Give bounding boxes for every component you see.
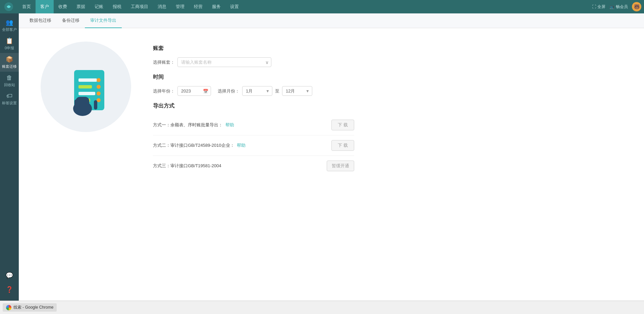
tab-backup-migration[interactable]: 备份迁移 xyxy=(57,13,85,28)
sidebar-item-account-migrate[interactable]: 📦 账套迁移 xyxy=(0,53,19,71)
export-method-2-text: 方式二：审计接口GB/T24589-2010企业： 帮助 xyxy=(153,142,246,148)
illustration-circle xyxy=(41,42,131,132)
sidebar-label-zero-declare: 0申报 xyxy=(5,46,14,50)
time-section-title: 时间 xyxy=(153,74,354,81)
to-text: 至 xyxy=(275,88,279,94)
taskbar-chrome-label: 线索 - Google Chrome xyxy=(13,305,53,310)
tab-bar: 数据包迁移 备份迁移 审计文件导出 xyxy=(19,13,644,28)
end-month-select[interactable]: 1月2月3月4月 5月6月7月8月 9月10月11月 12月 xyxy=(282,86,312,96)
svg-rect-13 xyxy=(94,100,97,110)
top-navigation: 首页 客户 收费 票据 记账 报税 工商项目 消息 管理 经营 服务 设置 ⛶ … xyxy=(0,0,644,13)
sidebar-label-all-clients: 全部客户 xyxy=(2,27,17,32)
nav-business[interactable]: 工商项目 xyxy=(126,0,153,13)
account-select-wrapper: ∨ xyxy=(177,57,271,67)
chrome-icon xyxy=(6,305,11,310)
year-input[interactable] xyxy=(177,86,211,96)
account-input[interactable] xyxy=(177,57,271,67)
nav-home[interactable]: 首页 xyxy=(17,0,36,13)
nav-client[interactable]: 客户 xyxy=(36,0,54,13)
svg-rect-2 xyxy=(78,78,97,82)
nav-invoice[interactable]: 票据 xyxy=(72,0,90,13)
year-label: 选择年份： xyxy=(153,88,175,94)
account-migrate-icon: 📦 xyxy=(6,56,13,63)
member-button[interactable]: 📺 畅会员 xyxy=(609,4,628,10)
nav-tax[interactable]: 报税 xyxy=(108,0,126,13)
sidebar-item-zero-declare[interactable]: 📋 0申报 xyxy=(0,35,19,53)
recycle-icon: 🗑 xyxy=(6,74,12,81)
svg-rect-12 xyxy=(74,100,78,110)
export-method-2: 方式二：审计接口GB/T24589-2010企业： 帮助 下 载 xyxy=(153,135,354,156)
time-select-row: 选择年份： 📅 选择月份： 1月2月3月4月 5月6月7月8月 9月10月11月… xyxy=(153,86,354,96)
sidebar-bottom: 💬 ❓ xyxy=(4,270,15,301)
sidebar-label-account-migrate: 账套迁移 xyxy=(2,64,17,69)
start-month-select[interactable]: 1月2月3月4月 5月6月7月8月 9月10月11月12月 xyxy=(242,86,272,96)
year-input-wrapper: 📅 xyxy=(177,86,211,96)
sidebar-item-recycle[interactable]: 🗑 回收站 xyxy=(0,72,19,90)
export-method-1-help[interactable]: 帮助 xyxy=(225,122,234,127)
account-select-label: 选择账套： xyxy=(153,59,175,65)
account-select-row: 选择账套： ∨ xyxy=(153,57,354,67)
form-area: 账套 选择账套： ∨ 时间 选择年份： 📅 xyxy=(153,42,354,176)
nav-menu: 首页 客户 收费 票据 记账 报税 工商项目 消息 管理 经营 服务 设置 xyxy=(17,0,592,13)
audit-illustration xyxy=(56,53,116,120)
sidebar-label-recycle: 回收站 xyxy=(4,83,15,87)
illustration-area xyxy=(39,42,133,132)
nav-right-area: ⛶ 全屏 📺 畅会员 🐻 xyxy=(592,2,641,11)
avatar[interactable]: 🐻 xyxy=(632,2,641,11)
nav-message[interactable]: 消息 xyxy=(153,0,171,13)
member-icon: 📺 xyxy=(609,4,614,9)
export-method-1: 方式一：余额表、序时账批量导出： 帮助 下 载 xyxy=(153,115,354,135)
nav-fee[interactable]: 收费 xyxy=(54,0,72,13)
sidebar-item-tag-settings[interactable]: 🏷 标签设置 xyxy=(0,90,19,108)
nav-manage[interactable]: 管理 xyxy=(171,0,189,13)
nav-service[interactable]: 服务 xyxy=(207,0,225,13)
export-method-2-help[interactable]: 帮助 xyxy=(237,143,246,148)
export-method-1-text: 方式一：余额表、序时账批量导出： 帮助 xyxy=(153,122,234,128)
svg-rect-3 xyxy=(78,85,92,88)
svg-rect-4 xyxy=(78,92,95,95)
nav-bookkeeping[interactable]: 记账 xyxy=(90,0,108,13)
zero-declare-icon: 📋 xyxy=(6,37,13,45)
taskbar: 线索 - Google Chrome xyxy=(0,301,644,314)
export-section-title: 导出方式 xyxy=(153,103,354,110)
nav-settings[interactable]: 设置 xyxy=(225,0,244,13)
page-content: 账套 选择账套： ∨ 时间 选择年份： 📅 xyxy=(19,28,644,301)
tab-data-migration[interactable]: 数据包迁移 xyxy=(24,13,57,28)
tab-audit-export[interactable]: 审计文件导出 xyxy=(85,13,122,28)
fullscreen-button[interactable]: ⛶ 全屏 xyxy=(592,4,605,10)
sidebar-item-all-clients[interactable]: 👥 全部客户 xyxy=(0,16,19,35)
main-layout: 👥 全部客户 📋 0申报 📦 账套迁移 🗑 回收站 🏷 标签设置 💬 ❓ 数据包… xyxy=(0,13,644,301)
app-logo xyxy=(3,1,15,13)
tag-settings-icon: 🏷 xyxy=(6,92,12,100)
svg-point-6 xyxy=(97,78,101,82)
month-label: 选择月份： xyxy=(218,88,239,94)
export-method-3-text: 方式三：审计接口GB/T19581-2004 xyxy=(153,163,221,169)
chat-icon[interactable]: 💬 xyxy=(4,270,15,281)
account-section-title: 账套 xyxy=(153,45,354,52)
start-month-wrapper: 1月2月3月4月 5月6月7月8月 9月10月11月12月 ▼ xyxy=(242,86,272,96)
end-month-wrapper: 1月2月3月4月 5月6月7月8月 9月10月11月 12月 ▼ xyxy=(282,86,312,96)
sidebar-label-tag-settings: 标签设置 xyxy=(2,101,17,105)
content-area: 数据包迁移 备份迁移 审计文件导出 xyxy=(19,13,644,301)
coming-soon-button[interactable]: 暂缓开通 xyxy=(327,161,354,171)
help-icon[interactable]: ❓ xyxy=(4,284,15,295)
svg-point-8 xyxy=(97,91,101,96)
download-button-1[interactable]: 下 载 xyxy=(331,120,354,130)
svg-point-7 xyxy=(97,85,101,89)
all-clients-icon: 👥 xyxy=(6,19,13,26)
taskbar-chrome[interactable]: 线索 - Google Chrome xyxy=(3,303,57,312)
download-button-2[interactable]: 下 载 xyxy=(331,140,354,151)
sidebar: 👥 全部客户 📋 0申报 📦 账套迁移 🗑 回收站 🏷 标签设置 💬 ❓ xyxy=(0,13,19,301)
fullscreen-icon: ⛶ xyxy=(592,4,596,9)
export-method-3: 方式三：审计接口GB/T19581-2004 暂缓开通 xyxy=(153,156,354,176)
nav-operate[interactable]: 经营 xyxy=(189,0,207,13)
